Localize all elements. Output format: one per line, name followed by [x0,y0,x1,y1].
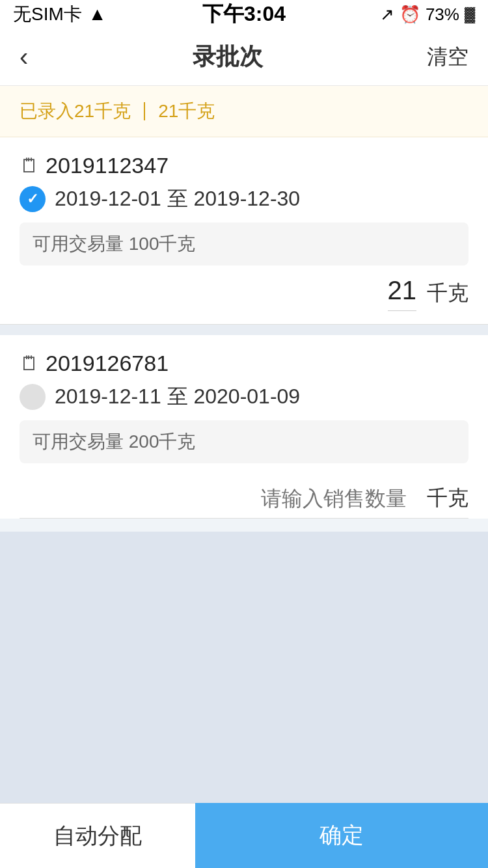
batch-card-1: 🗒 2019112347 2019-12-01 至 2019-12-30 可用交… [0,137,488,325]
quantity-underline-1: 21 [388,276,417,311]
section-separator [0,325,488,335]
carrier-label: 无SIM卡 [13,2,82,27]
location-icon: ↗ [380,5,394,25]
nav-bar: ‹ 录批次 清空 [0,29,488,86]
time-label: 下午3:04 [202,0,286,29]
clear-button[interactable]: 清空 [427,43,468,72]
batch-avail-2: 可用交易量 200千克 [20,420,468,463]
recorded-label: 已录入21千克 [20,99,131,124]
battery-icon: ▓ [465,6,475,23]
batch-id-1: 2019112347 [46,153,169,178]
batch-avail-1: 可用交易量 100千克 [20,223,468,265]
summary-value: 21千克 [158,99,215,124]
summary-divider [144,102,145,120]
input-underline-2 [20,518,468,519]
page-title: 录批次 [193,41,263,73]
alarm-icon: ⏰ [400,5,420,25]
batch-date-row-2[interactable]: 2019-12-11 至 2020-01-09 [0,383,488,420]
batch-header-1: 🗒 2019112347 [0,137,488,185]
summary-banner: 已录入21千克 21千克 [0,86,488,137]
batch-icon-1: 🗒 [20,155,39,177]
radio-selected-1[interactable] [20,186,46,212]
quantity-value-1[interactable]: 21 [388,276,417,305]
status-bar: 无SIM卡 ▲ 下午3:04 ↗ ⏰ 73% ▓ [0,0,488,29]
back-button[interactable]: ‹ [20,42,28,72]
batch-header-2: 🗒 2019126781 [0,335,488,383]
battery-label: 73% [426,5,459,25]
quantity-unit-1: 千克 [427,279,468,308]
batch-card-2: 🗒 2019126781 2019-12-11 至 2020-01-09 可用交… [0,335,488,519]
sale-quantity-input[interactable] [20,487,416,511]
quantity-input-wrapper-1: 21 千克 [0,276,488,325]
auto-distribute-button[interactable]: 自动分配 [0,803,195,868]
wifi-icon: ▲ [88,4,107,25]
radio-unselected-2[interactable] [20,384,46,410]
batch-date-2: 2019-12-11 至 2020-01-09 [55,383,300,411]
batch-id-2: 2019126781 [46,351,169,376]
gray-area [0,532,488,824]
batch-date-1: 2019-12-01 至 2019-12-30 [55,185,300,213]
batch-icon-2: 🗒 [20,353,39,375]
input-row-2: 千克 [0,474,488,518]
bottom-bar: 自动分配 确定 [0,803,488,868]
confirm-button[interactable]: 确定 [195,803,488,868]
unit-label-2: 千克 [427,484,468,513]
batch-date-row-1[interactable]: 2019-12-01 至 2019-12-30 [0,185,488,223]
